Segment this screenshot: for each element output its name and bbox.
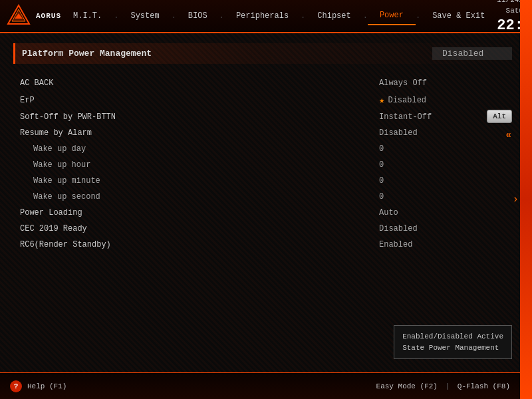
cec-2019-row[interactable]: CEC 2019 Ready Disabled xyxy=(13,221,519,236)
nav-peripherals[interactable]: Peripherals xyxy=(224,7,301,25)
wake-day-row[interactable]: Wake up day 0 xyxy=(13,142,519,156)
nav-bios[interactable]: BIOS xyxy=(176,7,219,25)
tooltip-line1: Enabled/Disabled Active xyxy=(402,331,503,342)
double-arrow-icon[interactable]: « xyxy=(506,130,511,140)
platform-value: Disabled xyxy=(432,47,512,60)
help-icon: ? xyxy=(10,380,22,392)
nav-power[interactable]: Power xyxy=(368,7,416,25)
footer-separator: | xyxy=(446,382,450,390)
settings-table: AC BACK Always Off ErP ★ Disabled Soft-O… xyxy=(13,76,519,252)
resume-alarm-label: Resume by Alarm xyxy=(20,128,379,138)
logo-area: AORUS xyxy=(7,4,61,28)
right-scroll-arrow[interactable]: › xyxy=(512,194,519,205)
cec-2019-label: CEC 2019 Ready xyxy=(20,224,379,233)
wake-hour-value: 0 xyxy=(379,160,512,170)
ac-back-row[interactable]: AC BACK Always Off xyxy=(13,76,519,90)
power-loading-label: Power Loading xyxy=(20,208,379,217)
wake-day-label: Wake up day xyxy=(20,144,379,154)
wake-minute-label: Wake up minute xyxy=(20,176,379,186)
wake-hour-label: Wake up hour xyxy=(20,160,379,170)
footer-left: ? Help (F1) xyxy=(10,380,66,392)
wake-minute-row[interactable]: Wake up minute 0 xyxy=(13,174,519,188)
erp-row[interactable]: ErP ★ Disabled xyxy=(13,92,519,108)
platform-label: Platform Power Management xyxy=(22,49,432,59)
star-icon: ★ xyxy=(379,94,384,106)
ac-back-label: AC BACK xyxy=(20,78,379,88)
tooltip-line2: State Power Management xyxy=(402,342,503,354)
power-loading-row[interactable]: Power Loading Auto xyxy=(13,205,519,220)
footer-right: Easy Mode (F2) | Q-Flash (F8) xyxy=(376,382,510,390)
header: AORUS M.I.T. . System . BIOS . Periphera… xyxy=(0,0,532,33)
cec-2019-value: Disabled xyxy=(379,224,512,233)
wake-second-row[interactable]: Wake up second 0 xyxy=(13,190,519,204)
platform-power-management-row[interactable]: Platform Power Management Disabled xyxy=(13,43,519,64)
resume-alarm-value: Disabled xyxy=(379,128,512,138)
nav-chipset[interactable]: Chipset xyxy=(305,7,362,25)
nav-mit[interactable]: M.I.T. xyxy=(61,7,114,25)
nav-menu: M.I.T. . System . BIOS . Peripherals . C… xyxy=(61,7,497,25)
footer: ? Help (F1) Easy Mode (F2) | Q-Flash (F8… xyxy=(0,372,520,399)
wake-day-value: 0 xyxy=(379,144,512,154)
resume-alarm-row[interactable]: Resume by Alarm Disabled xyxy=(13,126,519,140)
qflash-label[interactable]: Q-Flash (F8) xyxy=(458,382,510,390)
main-content: Platform Power Management Disabled AC BA… xyxy=(0,33,532,252)
wake-second-label: Wake up second xyxy=(20,192,379,201)
easy-mode-label[interactable]: Easy Mode (F2) xyxy=(376,382,438,390)
erp-value: ★ Disabled xyxy=(379,94,512,106)
tooltip-box: Enabled/Disabled Active State Power Mana… xyxy=(394,325,512,359)
soft-off-label: Soft-Off by PWR-BTTN xyxy=(20,112,379,122)
rc6-value: Enabled xyxy=(379,240,512,249)
nav-save-exit[interactable]: Save & Exit xyxy=(420,7,497,25)
rc6-row[interactable]: RC6(Render Standby) Enabled xyxy=(13,237,519,252)
rc6-label: RC6(Render Standby) xyxy=(20,240,379,249)
logo-text: AORUS xyxy=(36,12,61,20)
alt-button[interactable]: Alt xyxy=(487,110,512,123)
nav-system[interactable]: System xyxy=(118,7,171,25)
wake-minute-value: 0 xyxy=(379,176,512,186)
help-label: Help (F1) xyxy=(27,382,66,390)
right-border xyxy=(520,0,532,399)
ac-back-value: Always Off xyxy=(379,78,512,88)
soft-off-row[interactable]: Soft-Off by PWR-BTTN Instant-Off xyxy=(13,110,519,124)
wake-second-value: 0 xyxy=(379,192,512,201)
wake-hour-row[interactable]: Wake up hour 0 xyxy=(13,158,519,172)
aorus-logo-icon xyxy=(7,4,31,28)
erp-label: ErP xyxy=(20,96,379,105)
power-loading-value: Auto xyxy=(379,208,512,217)
